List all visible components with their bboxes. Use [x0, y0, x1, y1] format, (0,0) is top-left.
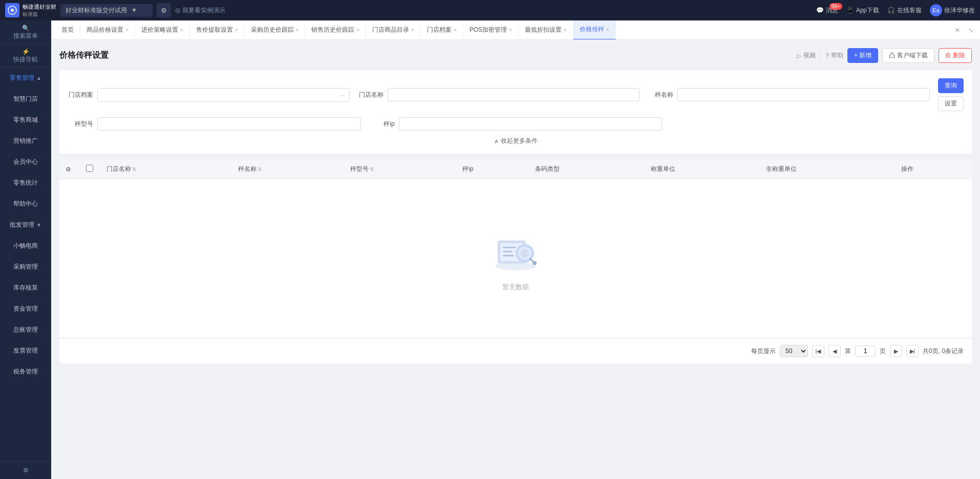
avatar: Ea	[930, 4, 942, 16]
scale-name-input[interactable]	[677, 88, 930, 101]
scale-ip-input[interactable]	[399, 117, 663, 130]
pagination: 每页显示 50 10 20 100 |◀ ◀ 算 页 ▶ ▶| 共0页, 0条记…	[59, 338, 972, 363]
scale-name-field: 秤名称	[648, 88, 930, 101]
tab-close-price-settings[interactable]: ×	[125, 27, 129, 33]
tab-close-price-scale[interactable]: ×	[606, 27, 609, 32]
tab-close-store-catalog[interactable]: ×	[411, 27, 414, 33]
download-button[interactable]: 凸 客户端下载	[882, 48, 934, 63]
tab-close-purchase-strategy[interactable]: ×	[180, 27, 183, 33]
sidebar-item-tax[interactable]: 税务管理	[0, 361, 51, 382]
sidebar-settings-button[interactable]: ⚙	[0, 461, 51, 479]
sidebar-search-label: 搜索菜单	[3, 32, 48, 40]
form-row-1: 门店档案 ··· 门店名称 秤名称	[68, 78, 964, 111]
page-number-input[interactable]	[855, 345, 876, 357]
message-button[interactable]: 💬 消息 99+	[816, 6, 838, 15]
demo-link[interactable]: ◎ 我要看实例演示	[175, 6, 225, 15]
sidebar-item-retail[interactable]: 零售管理 ▲	[0, 68, 51, 89]
prev-page-button[interactable]: ◀	[828, 345, 841, 357]
store-profile-input-wrapper: ···	[97, 88, 350, 102]
table-head: ⚙ 门店名称⇅ 秤名称⇅ 秤型	[59, 160, 972, 179]
sidebar-item-invoice[interactable]: 发票管理	[0, 340, 51, 361]
sidebar-settings-icon: ⚙	[23, 467, 29, 474]
page-suffix-label: 页	[880, 347, 886, 356]
maximize-window-button[interactable]: ⤡	[966, 25, 976, 35]
tab-min-discount[interactable]: 最低折扣设置 ×	[519, 20, 573, 40]
tab-close-min-discount[interactable]: ×	[564, 27, 567, 33]
tab-sales-history[interactable]: 销售历史价跟踪 ×	[305, 20, 366, 40]
scale-model-input[interactable]	[97, 117, 361, 130]
sidebar-item-general-ledger[interactable]: 总账管理	[0, 319, 51, 340]
sort-icon: ⇅	[132, 166, 136, 172]
dropdown-arrow-icon: ▼	[131, 7, 137, 14]
sidebar-item-wholesale[interactable]: 批发管理 ▼	[0, 214, 51, 235]
last-page-button[interactable]: ▶|	[906, 345, 919, 357]
page-size-select[interactable]: 50 10 20 100	[780, 345, 808, 357]
svg-point-7	[521, 249, 529, 257]
user-info[interactable]: Ea 徐泽华修改	[930, 4, 975, 16]
tab-store-catalog[interactable]: 门店商品目录 ×	[366, 20, 421, 40]
th-checkbox[interactable]	[80, 160, 100, 179]
sidebar-item-member[interactable]: 会员中心	[0, 151, 51, 172]
delete-button[interactable]: 俞 删除	[939, 48, 972, 63]
sidebar-item-help[interactable]: 帮助中心	[0, 193, 51, 214]
sidebar-search[interactable]: 🔍 搜索菜单	[0, 20, 51, 45]
topbar-settings-button[interactable]: ⚙	[157, 3, 171, 17]
tab-close-purchase-history[interactable]: ×	[296, 27, 299, 33]
first-page-button[interactable]: |◀	[812, 345, 824, 357]
tab-close-sales-history[interactable]: ×	[356, 27, 359, 33]
page-title: 价格传秤设置	[59, 50, 109, 61]
next-page-button[interactable]: ▶	[890, 345, 902, 357]
form-row-collapse: ∧ 收起更多条件	[68, 137, 964, 145]
video-link[interactable]: ▷ 视频	[797, 51, 816, 60]
th-operations: 操作	[895, 160, 972, 179]
tab-close-store-profile[interactable]: ×	[454, 27, 457, 33]
online-service-button[interactable]: 🎧 在线客服	[887, 6, 922, 15]
top-right: 💬 消息 99+ 📱 App下载 🎧 在线客服 Ea 徐泽华修改	[816, 4, 975, 16]
table-settings-icon[interactable]: ⚙	[66, 166, 71, 173]
sidebar-item-retail-stats[interactable]: 零售统计	[0, 172, 51, 193]
store-profile-input[interactable]	[98, 89, 335, 101]
app-download-button[interactable]: 📱 App下载	[846, 6, 879, 15]
th-scale-ip: 秤ip	[456, 160, 529, 179]
app-name: 畅捷通好业财 标准版	[23, 3, 56, 17]
tab-price-scale[interactable]: 价格传秤 ×	[573, 20, 616, 40]
help-link[interactable]: ? 帮助	[825, 51, 843, 60]
sidebar-item-inventory[interactable]: 库存核算	[0, 277, 51, 298]
th-scale-model: 秤型号⇅	[344, 160, 456, 179]
sidebar-item-smart-store[interactable]: 智慧门店	[0, 89, 51, 110]
tab-price-settings[interactable]: 商品价格设置 ×	[80, 20, 135, 40]
settings-query-button[interactable]: 设置	[938, 96, 964, 111]
tab-close-pos-management[interactable]: ×	[509, 27, 512, 33]
table-container: ⚙ 门店名称⇅ 秤名称⇅ 秤型	[59, 160, 972, 363]
user-name: 徐泽华修改	[944, 6, 975, 15]
select-all-checkbox[interactable]	[86, 165, 93, 172]
th-settings[interactable]: ⚙	[59, 160, 80, 179]
sidebar: 🔍 搜索菜单 ⚡ 快捷导航 零售管理 ▲ 智慧门店 零售商城 营销推广 会员中心…	[0, 20, 51, 479]
query-button[interactable]: 查询	[938, 78, 964, 93]
store-more-icon[interactable]: ···	[335, 89, 349, 101]
sidebar-item-small-ecom[interactable]: 小畅电商	[0, 235, 51, 256]
tab-home[interactable]: 首页	[55, 20, 80, 40]
empty-cell: 暂无数据	[59, 179, 972, 338]
store-name-input[interactable]	[388, 88, 640, 101]
tab-selector[interactable]: 好业财标准版交付试用 ▼	[60, 4, 153, 17]
tab-purchase-strategy[interactable]: 进价策略设置 ×	[135, 20, 190, 40]
sidebar-item-marketing[interactable]: 营销推广	[0, 130, 51, 151]
top-bar: 畅捷通好业财 标准版 好业财标准版交付试用 ▼ ⚙ ◎ 我要看实例演示 💬 消息…	[0, 0, 980, 20]
sidebar-item-retail-mall[interactable]: 零售商城	[0, 110, 51, 130]
sidebar-item-finance[interactable]: 资金管理	[0, 298, 51, 319]
svg-rect-11	[503, 251, 512, 252]
sidebar-item-purchase[interactable]: 采购管理	[0, 256, 51, 277]
tab-pos-management[interactable]: POS加密管理 ×	[463, 20, 519, 40]
add-button[interactable]: + 新增	[847, 48, 878, 63]
close-window-button[interactable]: ✕	[952, 25, 963, 35]
tabs-bar: 首页 商品价格设置 × 进价策略设置 × 售价提取设置 × 采购历史价跟踪 × …	[51, 20, 980, 40]
tab-store-profile[interactable]: 门店档案 ×	[421, 20, 463, 40]
sidebar-nav[interactable]: ⚡ 快捷导航	[0, 45, 51, 68]
tab-close-selling-extract[interactable]: ×	[235, 27, 238, 33]
tab-selling-extract[interactable]: 售价提取设置 ×	[190, 20, 245, 40]
th-barcode-type: 条码类型	[529, 160, 645, 179]
scale-ip-label: 秤ip	[369, 120, 395, 128]
tab-purchase-history[interactable]: 采购历史价跟踪 ×	[245, 20, 306, 40]
collapse-button[interactable]: ∧ 收起更多条件	[494, 137, 538, 145]
